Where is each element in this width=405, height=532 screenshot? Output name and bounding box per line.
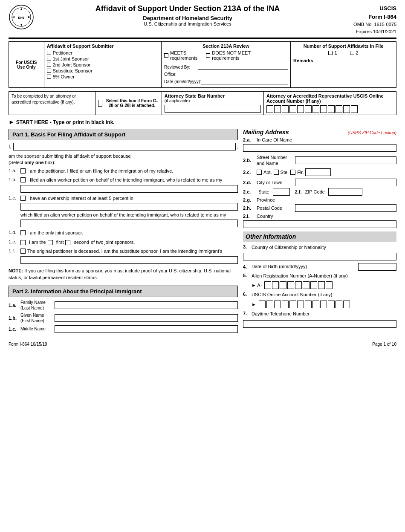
addr-2i-row: 2.i. Country bbox=[243, 214, 396, 219]
item-1e-second-checkbox[interactable] bbox=[65, 240, 70, 245]
owner5-checkbox[interactable] bbox=[47, 75, 51, 79]
office-input[interactable] bbox=[198, 71, 288, 77]
a-digit-5[interactable] bbox=[295, 281, 302, 289]
uscis-digit-1[interactable] bbox=[259, 301, 266, 308]
sponsor-name-input[interactable] bbox=[13, 143, 236, 150]
item-1c-checkbox[interactable] bbox=[20, 196, 26, 201]
account-digit-8[interactable] bbox=[320, 105, 327, 113]
a-digit-3[interactable] bbox=[280, 281, 286, 289]
other-row-7: 7. Daytime Telephone Number bbox=[243, 311, 396, 317]
uscis-digit-3[interactable] bbox=[274, 301, 281, 308]
p2-family-name-input[interactable] bbox=[55, 301, 238, 309]
account-digit-5[interactable] bbox=[297, 105, 304, 113]
joint1-option: 1st Joint Sponsor bbox=[47, 56, 159, 61]
addr-2a-input[interactable] bbox=[243, 144, 396, 152]
a-digit-8[interactable] bbox=[318, 281, 325, 289]
not-meet-checkbox[interactable] bbox=[206, 53, 210, 58]
reviewed-by-input[interactable] bbox=[198, 64, 288, 70]
citizenship-input[interactable] bbox=[243, 253, 396, 260]
item-1e-first-checkbox[interactable] bbox=[48, 240, 53, 245]
account-digit-1[interactable] bbox=[266, 105, 273, 113]
account-number-grid bbox=[266, 105, 393, 113]
addr-2f-label: ZIP Code bbox=[305, 189, 325, 194]
uscis-digit-7[interactable] bbox=[305, 301, 312, 308]
item-1a-checkbox[interactable] bbox=[20, 168, 26, 173]
uscis-digit-5[interactable] bbox=[289, 301, 296, 308]
account-digit-10[interactable] bbox=[336, 105, 342, 113]
flr-label: Flr. bbox=[297, 170, 304, 175]
p1-item-1c: 1.c. I have an ownership interest of at … bbox=[9, 195, 238, 228]
joint1-checkbox[interactable] bbox=[47, 57, 51, 61]
item-1f-input[interactable] bbox=[20, 256, 238, 264]
country-input[interactable] bbox=[243, 220, 396, 228]
uscis-digit-11[interactable] bbox=[336, 301, 342, 308]
apt-label: Apt. bbox=[263, 170, 272, 175]
a-digit-2[interactable] bbox=[272, 281, 279, 289]
postal-code-input[interactable] bbox=[295, 204, 396, 212]
item-1f-checkbox[interactable] bbox=[20, 249, 26, 254]
petitioner-checkbox[interactable] bbox=[47, 51, 51, 55]
bar-number-input[interactable] bbox=[165, 105, 261, 113]
other-7-label: Daytime Telephone Number bbox=[252, 311, 396, 317]
joint2-checkbox[interactable] bbox=[47, 63, 51, 67]
p2-given-name-input[interactable] bbox=[55, 314, 238, 322]
attorney-table: To be completed by an attorney or accred… bbox=[9, 91, 396, 115]
uscis-digit-2[interactable] bbox=[266, 301, 273, 308]
item-1b-num: 1.b. bbox=[9, 177, 20, 182]
uscis-digit-12[interactable] bbox=[343, 301, 350, 308]
a-digit-7[interactable] bbox=[310, 281, 317, 289]
uscis-digit-6[interactable] bbox=[297, 301, 304, 308]
a-digit-4[interactable] bbox=[287, 281, 294, 289]
dob-input[interactable] bbox=[358, 263, 396, 271]
item-1d-checkbox[interactable] bbox=[20, 230, 26, 235]
meets-checkbox[interactable] bbox=[164, 53, 168, 58]
apt-number-input[interactable] bbox=[305, 168, 331, 176]
account-digit-7[interactable] bbox=[312, 105, 319, 113]
uscis-digit-10[interactable] bbox=[328, 301, 335, 308]
state-input[interactable] bbox=[273, 188, 290, 196]
item-1c-input1[interactable] bbox=[20, 203, 238, 211]
account-digit-11[interactable] bbox=[343, 105, 350, 113]
uscis-digit-8[interactable] bbox=[312, 301, 319, 308]
right-column: Mailing Address (USPS ZIP Code Lookup) 2… bbox=[243, 129, 396, 335]
dept-name: Department of Homeland Security bbox=[38, 15, 337, 21]
uscis-account-number-row: ► bbox=[243, 301, 396, 308]
addr-2a-input-row bbox=[243, 144, 396, 152]
p2-given-name-row: 1.b. Given Name (First Name) bbox=[9, 312, 238, 324]
date-input[interactable] bbox=[201, 78, 288, 84]
attorney-select-checkbox[interactable] bbox=[98, 100, 102, 107]
account-digit-9[interactable] bbox=[328, 105, 335, 113]
addr-2b-input[interactable] bbox=[295, 156, 396, 164]
telephone-input[interactable] bbox=[243, 320, 396, 328]
meets-option: MEETS requirements bbox=[164, 50, 197, 61]
account-digit-12[interactable] bbox=[351, 105, 358, 113]
addr-2d-input[interactable] bbox=[295, 179, 396, 186]
review-cell: Section 213A Review MEETS requirements D… bbox=[162, 42, 291, 88]
start-here-text: START HERE - Type or print in black ink. bbox=[16, 119, 115, 125]
zip-lookup-link[interactable]: (USPS ZIP Code Lookup) bbox=[348, 130, 396, 135]
ste-checkbox[interactable] bbox=[274, 170, 279, 175]
account-digit-3[interactable] bbox=[282, 105, 289, 113]
account-digit-4[interactable] bbox=[289, 105, 296, 113]
substitute-checkbox[interactable] bbox=[47, 69, 51, 73]
item-1e-checkbox[interactable] bbox=[20, 240, 26, 245]
uscis-digit-4[interactable] bbox=[282, 301, 289, 308]
zip-input[interactable] bbox=[328, 188, 362, 196]
p2-middle-name-input[interactable] bbox=[55, 325, 238, 333]
number1-checkbox[interactable] bbox=[328, 51, 333, 55]
number2-checkbox[interactable] bbox=[350, 51, 354, 55]
reviewed-by-row: Reviewed By: bbox=[164, 64, 288, 70]
item-1c-input2[interactable] bbox=[20, 220, 238, 227]
account-digit-2[interactable] bbox=[274, 105, 281, 113]
item-1e-text1: I am the bbox=[29, 239, 46, 246]
uscis-digit-9[interactable] bbox=[320, 301, 327, 308]
item-1b-checkbox[interactable] bbox=[20, 177, 26, 182]
flr-checkbox[interactable] bbox=[290, 170, 295, 175]
a-digit-1[interactable] bbox=[264, 281, 271, 289]
a-digit-9[interactable] bbox=[326, 281, 333, 289]
item-1b-input[interactable] bbox=[20, 185, 238, 193]
submitter-title: Affidavit of Support Submitter bbox=[47, 43, 159, 49]
account-digit-6[interactable] bbox=[305, 105, 312, 113]
apt-checkbox[interactable] bbox=[257, 170, 262, 175]
a-digit-6[interactable] bbox=[303, 281, 310, 289]
